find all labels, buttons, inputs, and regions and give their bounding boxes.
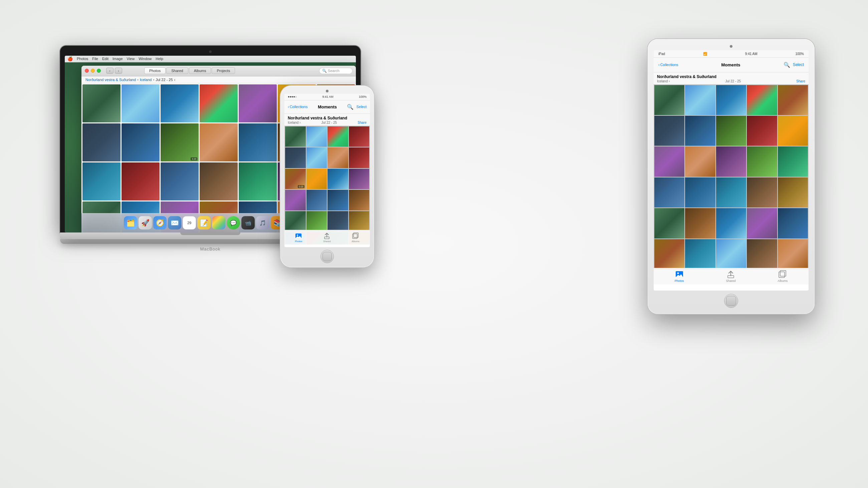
photo-thumb[interactable] — [349, 190, 370, 210]
photo-thumb[interactable] — [307, 148, 327, 168]
photo-thumb[interactable] — [778, 85, 808, 115]
menubar-photos[interactable]: Photos — [77, 57, 88, 61]
ipad-tab-shared[interactable]: Shared — [726, 270, 736, 283]
photo-thumb[interactable] — [328, 211, 348, 232]
ipad-share-button[interactable]: Share — [796, 79, 805, 83]
photo-thumb[interactable] — [747, 85, 777, 115]
tab-projects[interactable]: Projects — [212, 67, 235, 74]
photo-thumb[interactable] — [654, 208, 684, 238]
dock-finder[interactable]: 🗂️ — [124, 216, 137, 229]
back-button[interactable]: ‹ — [106, 68, 114, 74]
iphone-back-button[interactable]: ‹ Collections — [288, 105, 307, 109]
menubar-help[interactable]: Help — [156, 57, 163, 61]
photo-thumb[interactable] — [328, 190, 348, 210]
fullscreen-button[interactable] — [97, 69, 101, 73]
photo-thumb[interactable] — [778, 208, 808, 238]
apple-menu[interactable]: 🍎 — [67, 56, 73, 61]
photo-thumb[interactable] — [716, 85, 746, 115]
photo-thumb[interactable] — [747, 239, 777, 269]
search-input[interactable]: 🔍 Search — [319, 68, 352, 74]
iphone-share-button[interactable]: Share — [358, 121, 367, 124]
photo-thumb[interactable] — [285, 148, 306, 168]
dock-photos[interactable] — [212, 216, 225, 229]
iphone-select-button[interactable]: Select — [356, 105, 367, 109]
iphone-tab-photos[interactable]: Photos — [295, 232, 302, 242]
tab-photos[interactable]: Photos — [144, 67, 165, 74]
iphone-home-button[interactable] — [320, 250, 334, 263]
dock-messages[interactable]: 💬 — [227, 216, 240, 229]
menubar-window[interactable]: Window — [138, 57, 152, 61]
iphone-search-icon[interactable]: 🔍 — [347, 104, 353, 110]
photo-thumb[interactable] — [239, 123, 277, 161]
dock-launchpad[interactable]: 🚀 — [138, 216, 152, 229]
tab-shared[interactable]: Shared — [166, 67, 188, 74]
photo-thumb[interactable] — [778, 177, 808, 207]
ipad-select-button[interactable]: Select — [793, 62, 804, 67]
photo-thumb[interactable] — [654, 239, 684, 269]
photo-thumb[interactable] — [654, 85, 684, 115]
photo-thumb[interactable] — [685, 147, 715, 176]
photo-thumb[interactable] — [349, 169, 370, 190]
photo-thumb[interactable] — [285, 190, 306, 210]
iphone-moment-subtitle[interactable]: Iceland › — [288, 121, 301, 124]
menubar-edit[interactable]: Edit — [102, 57, 108, 61]
photo-thumb[interactable] — [778, 239, 808, 269]
breadcrumb-location[interactable]: Norðurland vestra & Suðurland — [86, 78, 136, 82]
dock-safari[interactable]: 🧭 — [153, 216, 166, 229]
photo-thumb[interactable] — [328, 126, 348, 147]
photo-thumb[interactable] — [349, 211, 370, 232]
photo-thumb[interactable] — [654, 147, 684, 176]
photo-thumb[interactable] — [285, 126, 306, 147]
photo-thumb[interactable] — [307, 126, 327, 147]
photo-thumb[interactable] — [685, 239, 715, 269]
ipad-tab-photos[interactable]: Photos — [675, 270, 684, 283]
photo-thumb[interactable] — [747, 177, 777, 207]
photo-thumb[interactable] — [83, 123, 121, 161]
photo-thumb[interactable] — [307, 169, 327, 190]
photo-thumb[interactable] — [747, 116, 777, 146]
ipad-back-button[interactable]: ‹ Collections — [658, 63, 678, 67]
photo-thumb[interactable] — [349, 126, 370, 147]
photo-thumb[interactable] — [716, 147, 746, 176]
photo-thumb[interactable] — [716, 177, 746, 207]
ipad-tab-albums[interactable]: Albums — [778, 270, 787, 283]
photo-thumb[interactable] — [307, 211, 327, 232]
photo-thumb[interactable] — [747, 208, 777, 238]
photo-thumb[interactable] — [328, 148, 348, 168]
photo-thumb[interactable] — [654, 177, 684, 207]
iphone-tab-albums[interactable]: Albums — [351, 232, 359, 242]
photo-thumb[interactable] — [716, 239, 746, 269]
tab-albums[interactable]: Albums — [189, 67, 211, 74]
photo-thumb[interactable]: 0:23 — [285, 169, 306, 190]
minimize-button[interactable] — [91, 69, 95, 73]
photo-thumb[interactable] — [239, 85, 277, 122]
photo-thumb[interactable] — [307, 190, 327, 210]
menubar-image[interactable]: Image — [113, 57, 123, 61]
close-button[interactable] — [85, 69, 89, 73]
photo-thumb[interactable] — [654, 116, 684, 146]
ipad-moment-subtitle[interactable]: Iceland › — [657, 79, 670, 83]
dock-mail[interactable]: ✉️ — [168, 216, 181, 229]
photo-thumb[interactable] — [122, 162, 160, 200]
forward-button[interactable]: › — [115, 68, 122, 74]
photo-thumb[interactable] — [685, 85, 715, 115]
photo-thumb[interactable] — [199, 123, 238, 161]
photo-thumb[interactable] — [747, 147, 777, 176]
menubar-file[interactable]: File — [92, 57, 98, 61]
dock-notes[interactable]: 📝 — [197, 216, 211, 229]
photo-thumb[interactable] — [685, 208, 715, 238]
photo-thumb[interactable] — [778, 116, 808, 146]
photo-thumb[interactable] — [122, 123, 160, 161]
photo-thumb[interactable] — [685, 177, 715, 207]
photo-thumb[interactable] — [122, 85, 160, 122]
photo-thumb[interactable] — [285, 211, 306, 232]
photo-thumb[interactable] — [349, 148, 370, 168]
ipad-home-button[interactable] — [724, 294, 738, 308]
dock-facetime[interactable]: 📹 — [241, 216, 255, 229]
photo-thumb[interactable] — [161, 162, 199, 200]
photo-thumb[interactable] — [199, 162, 238, 200]
photo-thumb[interactable] — [716, 208, 746, 238]
menubar-view[interactable]: View — [127, 57, 135, 61]
iphone-tab-shared[interactable]: Shared — [323, 232, 331, 242]
dock-calendar[interactable]: 29 — [183, 216, 196, 229]
